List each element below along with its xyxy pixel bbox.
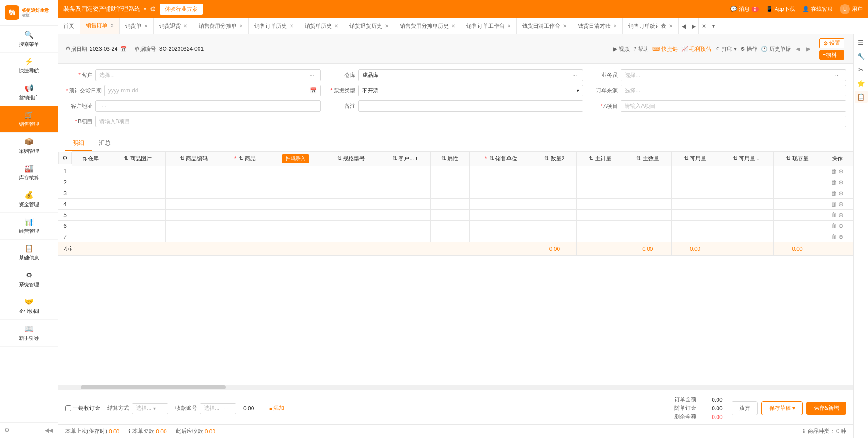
row-copy-icon[interactable]: ⊕	[839, 212, 844, 218]
right-btn-2[interactable]: 🔧	[855, 50, 868, 63]
address-more-icon[interactable]: ···	[99, 102, 109, 110]
print-dropdown-icon[interactable]: ▾	[734, 46, 737, 52]
right-btn-5[interactable]: 📋	[855, 91, 868, 103]
warehouse-more-icon[interactable]: ···	[570, 72, 579, 79]
row-delete-icon[interactable]: 🗑	[831, 212, 837, 218]
tab-prev-button[interactable]: ◀	[679, 18, 689, 34]
sidebar-item-sales[interactable]: 🛒 销售管理	[0, 106, 58, 133]
tab-cash-workbench-close[interactable]: ✕	[563, 24, 567, 29]
right-btn-3[interactable]: ✂	[855, 63, 868, 76]
sidebar-item-guide[interactable]: 📖 新手引导	[0, 320, 58, 347]
tab-sales-order-close[interactable]: ✕	[110, 23, 114, 28]
col-settings[interactable]: ⚙	[58, 152, 72, 164]
sidebar-item-inventory[interactable]: 🏭 库存核算	[0, 159, 58, 186]
sidebar-item-purchase[interactable]: 📦 采购管理	[0, 133, 58, 159]
row-copy-icon[interactable]: ⊕	[839, 233, 844, 240]
tab-order-workbench-close[interactable]: ✕	[507, 24, 511, 29]
row-delete-icon[interactable]: 🗑	[831, 201, 837, 207]
add-payment-button[interactable]: ● 添加	[269, 404, 284, 412]
sidebar-item-basic-info[interactable]: 📋 基础信息	[0, 240, 58, 266]
tab-sales-invoice[interactable]: 销货单 ✕	[120, 18, 154, 34]
print-button[interactable]: 🖨 打印 ▾	[715, 45, 737, 53]
sidebar-item-quick[interactable]: ⚡ 快捷导航	[0, 53, 58, 79]
tab-sales-order[interactable]: 销售订单 ✕	[80, 18, 120, 34]
column-settings-icon[interactable]: ⚙	[63, 155, 68, 161]
tab-expense-history[interactable]: 销售费用分摊单历史 ✕	[394, 18, 461, 34]
add-material-button[interactable]: +物料	[819, 50, 844, 60]
dropdown-arrow-icon[interactable]: ▾	[144, 6, 146, 12]
sidebar-item-enterprise[interactable]: 🤝 企业协同	[0, 293, 58, 320]
tab-sales-return[interactable]: 销货退货 ✕	[154, 18, 193, 34]
sidebar-item-search[interactable]: 🔍 搜索菜单	[0, 26, 58, 53]
col-warehouse[interactable]: ⇅ 仓库	[72, 152, 110, 166]
save-new-button[interactable]: 保存&新增	[806, 402, 846, 415]
tab-home[interactable]: 首页	[58, 18, 80, 34]
tab-summary[interactable]: 汇总	[92, 136, 118, 151]
tab-expense-history-close[interactable]: ✕	[451, 24, 455, 29]
sidebar-item-marketing[interactable]: 📢 营销推广	[0, 79, 58, 106]
scroll-thumb[interactable]	[81, 385, 226, 389]
tab-sales-invoice-close[interactable]: ✕	[144, 24, 148, 29]
tab-sales-stats[interactable]: 销售订单统计表 ✕	[623, 18, 679, 34]
tab-order-history[interactable]: 销售订单历史 ✕	[249, 18, 299, 34]
customer-more-icon[interactable]: ···	[307, 72, 317, 79]
tab-cash-workbench[interactable]: 钱货日清工作台 ✕	[517, 18, 572, 34]
address-input[interactable]: ···	[95, 100, 321, 112]
tab-return-history-close[interactable]: ✕	[385, 24, 388, 29]
tab-expense-split[interactable]: 销售费用分摊单 ✕	[193, 18, 249, 34]
tab-cash-reconcile[interactable]: 钱货日清对账 ✕	[572, 18, 623, 34]
tab-return-history[interactable]: 销货退货历史 ✕	[344, 18, 394, 34]
tab-order-history-close[interactable]: ✕	[290, 24, 293, 29]
scan-entry-button[interactable]: 扫码录入	[282, 154, 309, 163]
row-copy-icon[interactable]: ⊕	[839, 201, 844, 207]
save-draft-button[interactable]: 保存草稿 ▾	[761, 401, 803, 415]
a-project-input[interactable]: 请输入A项目	[621, 100, 846, 112]
sidebar-item-finance[interactable]: 💰 资金管理	[0, 186, 58, 213]
right-btn-1[interactable]: ☰	[855, 36, 868, 49]
warehouse-input[interactable]: 成品库 ···	[358, 69, 584, 81]
industry-plan-button[interactable]: 体验行业方案	[160, 4, 203, 15]
row-copy-icon[interactable]: ⊕	[839, 168, 844, 175]
tab-close-all-button[interactable]: ✕	[698, 18, 709, 34]
sidebar-collapse-icon[interactable]: ◀◀	[45, 427, 53, 433]
tab-sales-stats-close[interactable]: ✕	[669, 24, 673, 29]
save-draft-dropdown-icon[interactable]: ▾	[792, 405, 795, 411]
tab-detail[interactable]: 明细	[65, 136, 92, 151]
tab-next-button[interactable]: ▶	[689, 18, 698, 34]
row-delete-icon[interactable]: 🗑	[831, 222, 837, 229]
tab-invoice-history[interactable]: 销货单历史 ✕	[299, 18, 344, 34]
tab-menu-button[interactable]: ▾	[709, 18, 718, 34]
nav-prev-icon[interactable]: ◀	[795, 46, 801, 52]
calendar-icon[interactable]: 📅	[120, 46, 127, 52]
staff-input[interactable]: 选择... ···	[621, 69, 846, 81]
one-click-deposit-checkbox[interactable]	[65, 405, 71, 411]
help-button[interactable]: ? 帮助	[633, 45, 649, 53]
online-support-item[interactable]: 👤 在线客服	[802, 5, 833, 13]
tab-order-workbench[interactable]: 销售订单工作台 ✕	[461, 18, 517, 34]
tab-invoice-history-close[interactable]: ✕	[335, 24, 338, 29]
account-select[interactable]: 选择... ···	[200, 403, 236, 414]
customer-input[interactable]: 选择... ···	[95, 69, 321, 81]
message-item[interactable]: 💬 消息 9	[730, 5, 759, 13]
table-scrollbar[interactable]	[58, 385, 853, 390]
row-delete-icon[interactable]: 🗑	[831, 233, 837, 240]
discard-button[interactable]: 放弃	[732, 401, 758, 415]
order-source-dropdown-icon[interactable]: ···	[833, 87, 842, 94]
tab-expense-split-close[interactable]: ✕	[239, 24, 243, 29]
history-button[interactable]: 🕐 历史单据	[761, 45, 791, 53]
row-delete-icon[interactable]: 🗑	[831, 179, 837, 186]
sidebar-item-operations[interactable]: 📊 经营管理	[0, 213, 58, 240]
payment-method-select[interactable]: 选择... ▾	[132, 403, 168, 414]
sidebar-settings-icon[interactable]: ⚙	[5, 427, 10, 433]
right-btn-4[interactable]: ⭐	[855, 77, 868, 90]
row-delete-icon[interactable]: 🗑	[831, 190, 837, 197]
row-copy-icon[interactable]: ⊕	[839, 222, 844, 229]
delivery-input[interactable]: yyyy-mm-dd 📅	[104, 85, 321, 96]
tab-sales-return-close[interactable]: ✕	[184, 24, 187, 29]
sidebar-item-system[interactable]: ⚙ 系统管理	[0, 266, 58, 293]
account-more-icon[interactable]: ···	[221, 405, 231, 412]
operation-button[interactable]: ⚙ 操作	[740, 45, 757, 53]
profit-button[interactable]: 📈 毛利预估	[681, 45, 711, 53]
shortcut-button[interactable]: ⌨ 快捷键	[652, 45, 678, 53]
row-copy-icon[interactable]: ⊕	[839, 190, 844, 197]
